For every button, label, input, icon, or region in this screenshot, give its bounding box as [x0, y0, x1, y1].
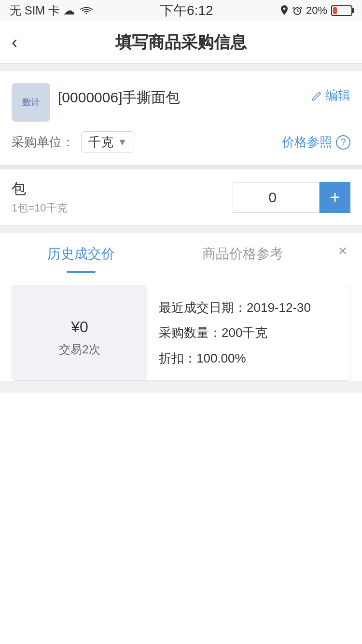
location-icon [280, 5, 289, 16]
unit-arrow-icon: ▼ [117, 137, 127, 148]
status-left: 无 SIM 卡 ☁ [10, 3, 93, 18]
status-time: 下午6:12 [160, 1, 213, 20]
tabs-header: 历史成交价 商品价格参考 × [0, 233, 362, 273]
unit-selector[interactable]: 千克 ▼ [81, 131, 134, 153]
price-ref-button[interactable]: 价格参照 ? [282, 134, 350, 151]
history-times: 交易2次 [59, 342, 100, 357]
battery-icon [331, 5, 352, 16]
battery-percent: 20% [306, 4, 327, 17]
logo-text: 数计 [22, 97, 40, 108]
unit-label: 采购单位： [12, 135, 74, 149]
recent-date-value: 2019-12-30 [247, 300, 311, 315]
tab-product-price[interactable]: 商品价格参考 [162, 233, 323, 273]
product-name: [0000006]手撕面包 [58, 83, 180, 108]
product-info: 数计 [0000006]手撕面包 [12, 83, 312, 122]
price-value: 0 [80, 318, 88, 336]
edit-label: 编辑 [325, 87, 350, 104]
section-divider [0, 165, 362, 169]
recent-date-row: 最近成交日期：2019-12-30 [159, 299, 338, 316]
quantity-input-group: 0 + [233, 182, 350, 213]
quantity-plus-button[interactable]: + [320, 182, 350, 213]
currency-symbol: ¥ [71, 318, 80, 336]
back-button[interactable]: ‹ [12, 32, 17, 53]
tab-history-price[interactable]: 历史成交价 [0, 233, 162, 273]
discount-label: 折扣： [159, 351, 196, 365]
history-card: ¥0 交易2次 最近成交日期：2019-12-30 采购数量：200千克 折扣：… [12, 285, 350, 381]
tab-close-button[interactable]: × [323, 242, 362, 265]
unit-row: 采购单位： 千克 ▼ [12, 131, 134, 153]
quantity-input[interactable]: 0 [233, 182, 320, 213]
edit-icon [312, 90, 322, 101]
alarm-icon [292, 5, 302, 16]
history-card-right: 最近成交日期：2019-12-30 采购数量：200千克 折扣：100.00% [147, 285, 350, 380]
sim-label: 无 SIM 卡 ☁ [10, 3, 75, 18]
quantity-unit: 包 [12, 179, 68, 199]
purchase-qty-row: 采购数量：200千克 [159, 324, 338, 341]
tabs-container: 历史成交价 商品价格参考 × ¥0 交易2次 最近成交日期：2019-12-30… [0, 233, 362, 381]
page-body [0, 392, 362, 644]
quantity-conversion: 1包=10千克 [12, 201, 68, 215]
price-ref-help-icon: ? [336, 135, 350, 150]
quantity-label-group: 包 1包=10千克 [12, 179, 68, 215]
nav-bar: ‹ 填写商品采购信息 [0, 21, 362, 64]
discount-value: 100.00% [196, 351, 246, 365]
wifi-icon [80, 6, 93, 15]
purchase-qty-value: 200千克 [222, 325, 267, 340]
edit-button[interactable]: 编辑 [312, 83, 350, 104]
history-card-left: ¥0 交易2次 [12, 285, 147, 380]
page-title: 填写商品采购信息 [115, 31, 247, 54]
history-price: ¥0 [71, 309, 88, 338]
status-right: 20% [280, 4, 352, 17]
quantity-row: 包 1包=10千克 0 + [0, 169, 362, 225]
product-logo: 数计 [12, 83, 50, 122]
discount-row: 折扣：100.00% [159, 350, 338, 367]
recent-date-label: 最近成交日期： [159, 300, 247, 315]
unit-value: 千克 [88, 134, 113, 151]
product-card: 数计 [0000006]手撕面包 编辑 采购单位： 千克 ▼ 价格参照 ? [0, 71, 362, 165]
purchase-qty-label: 采购数量： [159, 325, 222, 340]
status-bar: 无 SIM 卡 ☁ 下午6:12 20% [0, 0, 362, 21]
price-ref-label: 价格参照 [282, 134, 332, 151]
